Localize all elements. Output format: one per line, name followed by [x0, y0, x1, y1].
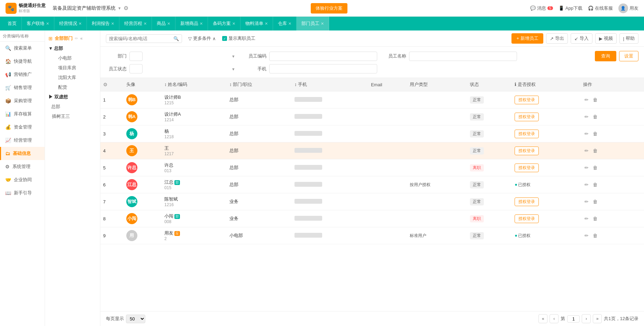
- delete-btn[interactable]: 🗑: [591, 232, 599, 239]
- tab-close-icon[interactable]: ✕: [46, 21, 49, 26]
- nav-tab-利润报告[interactable]: 利润报告✕: [87, 17, 119, 30]
- edit-btn[interactable]: ✏: [583, 113, 590, 120]
- delete-btn[interactable]: 🗑: [591, 164, 599, 171]
- first-page-btn[interactable]: «: [538, 314, 547, 323]
- tab-close-icon[interactable]: ✕: [232, 21, 235, 26]
- auth-btn[interactable]: 授权登录: [515, 214, 539, 223]
- dept-select[interactable]: [129, 52, 143, 61]
- settings-icon[interactable]: ⚙: [124, 5, 128, 11]
- experience-btn[interactable]: 体验行业方案: [311, 3, 347, 14]
- query-btn[interactable]: 查询: [595, 51, 616, 61]
- nav-tab-首页[interactable]: 首页: [3, 17, 22, 30]
- dropdown-icon[interactable]: ▾: [118, 6, 121, 11]
- edit-btn[interactable]: ✏: [583, 198, 590, 205]
- per-page-select[interactable]: 50 100: [126, 315, 145, 323]
- dept-item-shenyang[interactable]: 沈阳大库: [52, 73, 100, 82]
- view-btn[interactable]: ▶ 视频: [595, 33, 617, 44]
- auth-btn[interactable]: 授权登录: [515, 164, 539, 172]
- user-menu[interactable]: 👤 用友: [618, 3, 638, 13]
- emp-status-select[interactable]: [129, 64, 143, 73]
- sidebar-item-库存核算[interactable]: 📊库存核算: [0, 107, 45, 121]
- sidebar-item-销售管理[interactable]: 🛒销售管理: [0, 81, 45, 94]
- edit-btn[interactable]: ✏: [583, 215, 590, 222]
- delete-btn[interactable]: 🗑: [591, 198, 599, 205]
- sidebar-search-input[interactable]: [3, 34, 45, 38]
- search-input[interactable]: [109, 36, 173, 41]
- tab-close-icon[interactable]: ✕: [144, 21, 147, 26]
- help-btn[interactable]: | 帮助: [619, 33, 638, 44]
- nav-tab-仓库[interactable]: 仓库✕: [273, 17, 297, 30]
- sidebar-item-搜索菜单[interactable]: 🔍搜索菜单: [0, 42, 45, 55]
- edit-btn[interactable]: ✏: [583, 164, 590, 171]
- page-input[interactable]: [567, 315, 580, 323]
- next-page-btn[interactable]: ›: [582, 314, 591, 323]
- emp-code-input[interactable]: [269, 52, 377, 61]
- tab-close-icon[interactable]: ✕: [79, 21, 82, 26]
- export-btn[interactable]: ↗ 导出: [546, 33, 568, 44]
- nav-tab-商品[interactable]: 商品✕: [152, 17, 175, 30]
- sidebar-item-营销推广[interactable]: 📢营销推广: [0, 68, 45, 81]
- nav-tab-物料清单[interactable]: 物料清单✕: [241, 17, 273, 30]
- phone-input[interactable]: [269, 64, 377, 73]
- resigned-checkbox[interactable]: ✓: [222, 36, 227, 41]
- nav-tab-新增商品[interactable]: 新增商品✕: [175, 17, 208, 30]
- dept-item-chazhu[interactable]: 插树王三: [45, 112, 100, 121]
- sidebar-item-快捷导航[interactable]: 🏠快捷导航: [0, 55, 45, 68]
- col-settings[interactable]: ⚙: [100, 78, 124, 91]
- more-conditions-btn[interactable]: ▽ 更多条件 ∧: [185, 34, 219, 43]
- show-resigned-wrap[interactable]: ✓ 显示离职员工: [222, 35, 255, 42]
- dept-all-label[interactable]: 全部部门: [55, 35, 73, 42]
- sidebar-item-采购管理[interactable]: 📦采购管理: [0, 94, 45, 107]
- tab-close-icon[interactable]: ✕: [200, 21, 203, 26]
- dept-item-zongbu[interactable]: 总部: [45, 102, 100, 112]
- auth-btn[interactable]: 授权登录: [515, 197, 539, 206]
- edit-btn[interactable]: ✏: [583, 96, 590, 103]
- nav-tab-条码方案[interactable]: 条码方案✕: [208, 17, 241, 30]
- prev-page-btn[interactable]: ‹: [550, 314, 559, 323]
- dept-group-shuang[interactable]: ▶ 双虚想: [45, 92, 100, 102]
- sidebar-item-基础信息[interactable]: 🗂基础信息: [0, 147, 45, 160]
- tab-close-icon[interactable]: ✕: [167, 21, 170, 26]
- auth-btn[interactable]: 授权登录: [515, 130, 539, 138]
- sidebar-item-系统管理[interactable]: ⚙系统管理: [0, 160, 45, 173]
- edit-btn[interactable]: ✏: [583, 147, 590, 154]
- dept-item-project[interactable]: 项目库房: [52, 63, 100, 73]
- dept-edit-icon[interactable]: ✏: [75, 36, 78, 41]
- nav-tab-经营历程[interactable]: 经营历程✕: [119, 17, 152, 30]
- tab-close-icon[interactable]: ✕: [111, 21, 114, 26]
- online-service-btn[interactable]: 🎧 在线客服: [588, 5, 613, 11]
- nav-tab-经营情况[interactable]: 经营情况✕: [54, 17, 87, 30]
- app-download-btn[interactable]: 📱 App下载: [559, 5, 582, 11]
- auth-btn[interactable]: 授权登录: [515, 96, 539, 104]
- emp-name-input[interactable]: [409, 52, 517, 61]
- dept-item-peihuo[interactable]: 配货: [52, 82, 100, 92]
- edit-btn[interactable]: ✏: [583, 181, 590, 188]
- edit-btn[interactable]: ✏: [583, 232, 590, 239]
- tab-close-icon[interactable]: ✕: [265, 21, 268, 26]
- message-btn[interactable]: 💬 消息 5: [530, 5, 553, 11]
- delete-btn[interactable]: 🗑: [591, 147, 599, 154]
- tab-close-icon[interactable]: ✕: [288, 21, 291, 26]
- edit-btn[interactable]: ✏: [583, 130, 590, 137]
- sidebar-item-新手引导[interactable]: 📖新手引导: [0, 186, 45, 200]
- dept-group-head[interactable]: ▼ 总部: [45, 44, 100, 53]
- nav-tab-客户联络[interactable]: 客户联络✕: [22, 17, 54, 30]
- sidebar-item-经营管理[interactable]: 📈经营管理: [0, 134, 45, 147]
- last-page-btn[interactable]: »: [593, 314, 602, 323]
- import-btn[interactable]: ↙ 导入: [571, 33, 592, 44]
- delete-btn[interactable]: 🗑: [591, 113, 599, 120]
- auth-btn[interactable]: 授权登录: [515, 147, 539, 155]
- delete-btn[interactable]: 🗑: [591, 181, 599, 188]
- tab-close-icon[interactable]: ✕: [321, 21, 324, 26]
- sidebar-item-资金管理[interactable]: 💰资金管理: [0, 121, 45, 134]
- set-btn[interactable]: 设置: [619, 51, 638, 61]
- sidebar-item-企业协同[interactable]: 🤝企业协同: [0, 173, 45, 186]
- add-employee-btn[interactable]: + 新增员工: [511, 33, 543, 44]
- delete-btn[interactable]: 🗑: [591, 215, 599, 222]
- nav-tab-部门员工[interactable]: 部门员工✕: [297, 17, 329, 30]
- delete-btn[interactable]: 🗑: [591, 130, 599, 137]
- dept-item-xiaodian[interactable]: 小电部: [52, 53, 100, 63]
- delete-btn[interactable]: 🗑: [591, 96, 599, 103]
- dept-collapse-icon[interactable]: «: [80, 36, 83, 41]
- auth-btn[interactable]: 授权登录: [515, 113, 539, 121]
